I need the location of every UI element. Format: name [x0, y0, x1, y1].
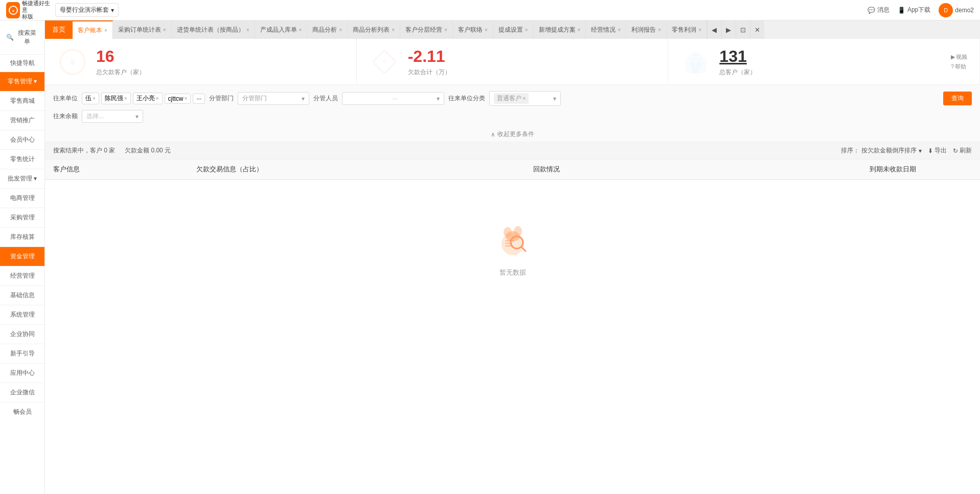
sidebar-item-retail-mall[interactable]: 零售商城: [0, 91, 44, 110]
tab-close-icon-8[interactable]: ×: [485, 27, 488, 33]
balance-filter-select[interactable]: 选择... ▾: [82, 110, 143, 123]
category-tag-close[interactable]: ×: [522, 96, 526, 101]
quick-nav-button[interactable]: 快捷导航: [0, 54, 44, 72]
tab-close-icon-7[interactable]: ×: [444, 27, 447, 33]
unit-filter-tags: 伍 × 陈民强 × 王小亮 ×: [82, 93, 205, 104]
tab-new-commission[interactable]: 新增提成方案 ×: [534, 20, 586, 39]
tab-close-icon-9[interactable]: ×: [525, 27, 528, 33]
sort-control[interactable]: 排序： 按欠款金额倒序排序 ▾: [841, 146, 922, 155]
tab-customer-contact[interactable]: 客户联络 ×: [453, 20, 493, 39]
unit-tag-wang-close[interactable]: ×: [156, 96, 159, 101]
sidebar-item-app-center[interactable]: 应用中心: [0, 363, 44, 383]
stat-total-number: 131: [719, 47, 756, 66]
result-actions: 排序： 按欠款金额倒序排序 ▾ ⬇ 导出 ↻ 刷新: [841, 146, 972, 155]
store-selector[interactable]: 母婴行业演示帐套 ▾: [55, 3, 119, 17]
tab-expand-button[interactable]: ⊡: [736, 20, 750, 39]
tab-close-icon-3[interactable]: ×: [246, 27, 249, 33]
tab-prev-button[interactable]: ◀: [707, 20, 721, 39]
tab-close-icon-5[interactable]: ×: [339, 27, 342, 33]
sidebar-item-ecommerce[interactable]: 电商管理: [0, 188, 44, 208]
person-clear-icon[interactable]: ···: [392, 95, 397, 102]
tab-purchase-order-stats[interactable]: 采购订单统计表 ×: [113, 20, 172, 39]
sidebar-item-chang-member[interactable]: 畅会员: [0, 402, 44, 421]
sidebar-item-member-center[interactable]: 会员中心: [0, 130, 44, 149]
filter-line-1: 往来单位 伍 × 陈民强 × 王小亮: [53, 91, 972, 106]
tab-customer-ledger[interactable]: 客户账本 ×: [73, 20, 113, 39]
tab-commission-settings[interactable]: 提成设置 ×: [493, 20, 534, 39]
sidebar-item-purchase[interactable]: 采购管理: [0, 208, 44, 227]
user-menu[interactable]: D demo2: [939, 3, 974, 17]
svg-rect-17: [505, 243, 512, 244]
stat-icon-total: [680, 47, 711, 77]
refresh-button[interactable]: ↻ 刷新: [953, 146, 972, 155]
store-name: 母婴行业演示帐套: [60, 6, 109, 14]
unit-tag-cjttcw-close[interactable]: ×: [185, 96, 188, 101]
tab-operations-overview[interactable]: 经营情况 ×: [586, 20, 626, 39]
sort-arrow-icon: ▾: [919, 147, 922, 154]
sidebar-item-retail-stats[interactable]: 零售统计: [0, 149, 44, 169]
sidebar-item-finance[interactable]: 资金管理: [0, 246, 44, 266]
dept-filter-select[interactable]: 分管部门 ▾: [238, 92, 309, 105]
sidebar-item-enterprise-collab[interactable]: 企业协同: [0, 324, 44, 344]
sidebar-item-retail-management[interactable]: 零售管理 ▾: [0, 72, 44, 91]
sidebar-search-area: 🔍 搜索菜单: [0, 20, 44, 54]
stat-block-amount: + -2.11 欠款合计（万）: [357, 39, 669, 84]
sidebar-item-marketing[interactable]: 营销推广: [0, 110, 44, 130]
tab-product-analysis-list[interactable]: 商品分析列表 ×: [348, 20, 400, 39]
stat-total-values: 131 总客户（家）: [719, 47, 756, 77]
export-button[interactable]: ⬇ 导出: [928, 146, 947, 155]
stat-customers-number: 16: [96, 47, 145, 66]
video-help-button[interactable]: ▶ 视频: [951, 53, 967, 61]
main-layout: 🔍 搜索菜单 快捷导航 零售管理 ▾ 零售商城 营销推广 会员中心 零售统计: [0, 20, 980, 494]
query-button[interactable]: 查询: [943, 92, 972, 105]
app-download-button[interactable]: 📱 App下载: [898, 6, 930, 14]
help-button[interactable]: ? 帮助: [951, 63, 967, 71]
sidebar-item-wholesale[interactable]: 批发管理 ▾: [0, 169, 44, 188]
tab-close-icon-4[interactable]: ×: [299, 27, 302, 33]
unit-tag-wu-close[interactable]: ×: [93, 96, 96, 101]
balance-arrow-icon: ▾: [135, 113, 139, 120]
collapse-bar[interactable]: ∧ 收起更多条件: [53, 127, 972, 142]
sidebar-item-newbie-guide[interactable]: 新手引导: [0, 344, 44, 363]
content-area: 首页 客户账本 × 采购订单统计表 × 进货单统计表（按商品） × 产成品入库单…: [45, 20, 980, 494]
page-content: ¥ 16 总欠款客户（家） +: [45, 39, 980, 494]
sidebar-item-operations[interactable]: 经营管理: [0, 266, 44, 285]
sidebar-item-inventory[interactable]: 库存核算: [0, 227, 44, 246]
tab-product-analysis[interactable]: 商品分析 ×: [307, 20, 348, 39]
expand-arrow-icon: ▾: [34, 78, 37, 85]
unit-tag-wang: 王小亮 ×: [133, 93, 163, 104]
stat-block-customers: ¥ 16 总欠款客户（家）: [45, 39, 357, 84]
person-arrow-icon: ▾: [437, 95, 440, 102]
tab-finished-goods[interactable]: 产成品入库单 ×: [255, 20, 308, 39]
tab-customer-tier[interactable]: 客户分层经营 ×: [400, 20, 453, 39]
unit-category-filter-select[interactable]: 普通客户 × ▾: [489, 91, 561, 106]
tab-stock-stats[interactable]: 进货单统计表（按商品） ×: [172, 20, 255, 39]
svg-text:¥: ¥: [11, 9, 14, 13]
svg-rect-16: [505, 240, 514, 241]
tab-close-icon-10[interactable]: ×: [578, 27, 581, 33]
sidebar-item-basic-info[interactable]: 基础信息: [0, 285, 44, 305]
tab-profit-report[interactable]: 利润报告 ×: [626, 20, 667, 39]
tab-close-icon[interactable]: ×: [104, 28, 107, 33]
result-summary: 搜索结果中，客户 0 家 欠款金额 0.00 元: [53, 146, 171, 155]
stat-amount-label: 欠款合计（万）: [408, 68, 451, 77]
tab-close-icon-6[interactable]: ×: [392, 27, 395, 33]
message-button[interactable]: 💬 消息: [868, 6, 890, 14]
tab-next-button[interactable]: ▶: [721, 20, 736, 39]
unit-tag-more[interactable]: ···: [193, 94, 205, 104]
person-filter-select[interactable]: ··· ▾: [342, 92, 444, 105]
tab-retail-profit[interactable]: 零售利润 ×: [667, 20, 707, 39]
tab-close-icon-12[interactable]: ×: [658, 27, 661, 33]
sidebar-item-system[interactable]: 系统管理: [0, 305, 44, 324]
unit-tag-chen-close[interactable]: ×: [124, 96, 127, 101]
tab-close-all-button[interactable]: ✕: [750, 20, 764, 39]
stat-amount-number: -2.11: [408, 47, 451, 66]
stat-icon-customers: ¥: [57, 47, 88, 77]
tab-close-icon-2[interactable]: ×: [163, 27, 166, 33]
search-menu-button[interactable]: 🔍 搜索菜单: [4, 26, 40, 49]
tab-close-icon-13[interactable]: ×: [698, 27, 701, 33]
tab-close-icon-11[interactable]: ×: [618, 27, 621, 33]
table-header: 客户信息 欠款交易信息（占比） 回款情况 到期未收款日期: [45, 160, 980, 180]
sidebar-item-enterprise-wechat[interactable]: 企业微信: [0, 383, 44, 402]
tab-home[interactable]: 首页: [45, 20, 73, 39]
